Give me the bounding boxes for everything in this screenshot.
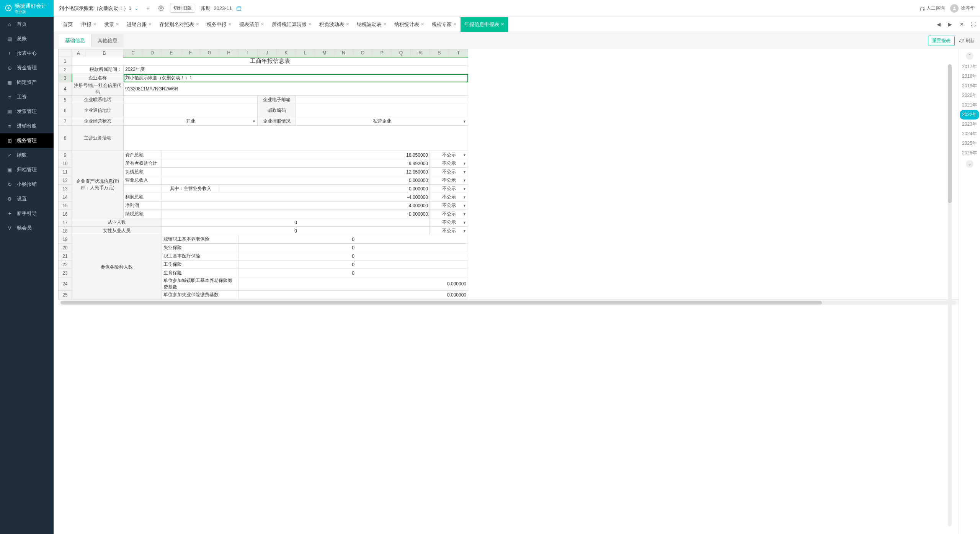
tab-11[interactable]: 税检专家✕ xyxy=(428,17,461,32)
year-2021年[interactable]: 2021年 xyxy=(960,100,979,110)
year-up-icon[interactable]: ⌃ xyxy=(966,52,973,60)
year-2019年[interactable]: 2019年 xyxy=(960,81,979,91)
sidebar-item-14[interactable]: V畅会员 xyxy=(0,221,54,235)
row-header[interactable]: 10 xyxy=(59,159,72,168)
row-header[interactable]: 21 xyxy=(59,252,72,260)
support-link[interactable]: 人工咨询 xyxy=(920,5,945,11)
tab-next-icon[interactable]: ▶ xyxy=(946,21,954,28)
row-header[interactable]: 22 xyxy=(59,260,72,269)
year-down-icon[interactable]: ⌄ xyxy=(966,160,973,168)
tab-6[interactable]: 报表清册✕ xyxy=(235,17,268,32)
close-icon[interactable]: ✕ xyxy=(228,22,232,27)
business-status-select[interactable]: 开业 xyxy=(124,117,258,126)
publish-select[interactable]: 不公示 xyxy=(430,176,468,185)
switch-old-button[interactable]: 切到旧版 xyxy=(170,4,195,13)
year-2018年[interactable]: 2018年 xyxy=(960,72,979,81)
close-icon[interactable]: ✕ xyxy=(453,22,457,27)
col-header[interactable]: B xyxy=(85,49,124,57)
col-header[interactable]: D xyxy=(143,49,162,57)
tab-1[interactable]: ¦申报✕ xyxy=(77,17,100,32)
close-icon[interactable]: ✕ xyxy=(346,22,349,27)
col-header[interactable]: H xyxy=(219,49,238,57)
row-header[interactable]: 3 xyxy=(59,74,72,82)
col-header[interactable]: F xyxy=(181,49,200,57)
tab-2[interactable]: 发票✕ xyxy=(100,17,123,32)
tab-9[interactable]: 纳税波动表✕ xyxy=(353,17,390,32)
close-icon[interactable]: ✕ xyxy=(383,22,387,27)
year-2020年[interactable]: 2020年 xyxy=(960,91,979,100)
col-header[interactable]: M xyxy=(315,49,334,57)
sidebar-item-6[interactable]: ▤发票管理 xyxy=(0,104,54,119)
col-header[interactable]: L xyxy=(296,49,315,57)
subtab-basic[interactable]: 基础信息 xyxy=(59,34,91,47)
tab-8[interactable]: 税负波动表✕ xyxy=(315,17,353,32)
row-header[interactable]: 7 xyxy=(59,117,72,126)
horizontal-scrollbar[interactable] xyxy=(58,299,959,305)
close-icon[interactable]: ✕ xyxy=(501,22,504,27)
sidebar-item-8[interactable]: ⊞税务管理 xyxy=(0,133,54,148)
sidebar-item-7[interactable]: ≡进销台账 xyxy=(0,119,54,133)
row-header[interactable]: 13 xyxy=(59,185,72,193)
row-header[interactable]: 19 xyxy=(59,235,72,244)
add-icon[interactable]: ＋ xyxy=(144,5,152,12)
publish-select[interactable]: 不公示 xyxy=(430,151,468,159)
sidebar-item-11[interactable]: ↻小畅报销 xyxy=(0,177,54,192)
publish-select[interactable]: 不公示 xyxy=(430,201,468,210)
sidebar-item-12[interactable]: ⚙设置 xyxy=(0,192,54,206)
close-icon[interactable]: ✕ xyxy=(93,22,96,27)
tab-3[interactable]: 进销台账✕ xyxy=(123,17,155,32)
year-2024年[interactable]: 2024年 xyxy=(960,129,979,139)
sidebar-item-10[interactable]: ▣归档管理 xyxy=(0,162,54,177)
publish-select[interactable]: 不公示 xyxy=(430,210,468,218)
col-header[interactable]: E xyxy=(162,49,181,57)
close-icon[interactable]: ✕ xyxy=(148,22,152,27)
sidebar-item-5[interactable]: ≡工资 xyxy=(0,90,54,104)
row-header[interactable]: 20 xyxy=(59,244,72,252)
fullscreen-icon[interactable]: ⛶ xyxy=(969,21,977,28)
user-menu[interactable]: 徐泽华 xyxy=(950,4,975,13)
year-2023年[interactable]: 2023年 xyxy=(960,120,979,129)
publish-select[interactable]: 不公示 xyxy=(430,185,468,193)
row-header[interactable]: 17 xyxy=(59,218,72,227)
tab-12[interactable]: 年报信息申报表✕ xyxy=(461,17,508,32)
col-header[interactable]: N xyxy=(334,49,353,57)
sidebar-item-0[interactable]: ⌂首页 xyxy=(0,17,54,31)
close-icon[interactable]: ✕ xyxy=(196,22,199,27)
col-header[interactable]: S xyxy=(430,49,449,57)
col-header[interactable]: A xyxy=(72,49,85,57)
refresh-button[interactable]: 刷新 xyxy=(959,38,975,44)
row-header[interactable]: 2 xyxy=(59,66,72,74)
row-header[interactable]: 23 xyxy=(59,269,72,277)
sidebar-item-4[interactable]: ▦固定资产 xyxy=(0,75,54,90)
year-2022年[interactable]: 2022年 xyxy=(960,110,979,120)
tab-5[interactable]: 税务申报✕ xyxy=(203,17,235,32)
row-header[interactable]: 18 xyxy=(59,227,72,235)
company-name-cell[interactable]: 刘小艳演示账套（勿删勿动！）1 xyxy=(124,74,468,82)
row-header[interactable]: 5 xyxy=(59,96,72,104)
tab-0[interactable]: 首页 xyxy=(59,17,77,32)
row-header[interactable]: 24 xyxy=(59,277,72,291)
publish-select[interactable]: 不公示 xyxy=(430,193,468,201)
close-icon[interactable]: ✕ xyxy=(421,22,424,27)
tab-7[interactable]: 所得税汇算清缴✕ xyxy=(268,17,315,32)
tab-prev-icon[interactable]: ◀ xyxy=(935,21,942,28)
col-header[interactable]: O xyxy=(353,49,372,57)
col-header[interactable]: R xyxy=(411,49,430,57)
publish-select[interactable]: 不公示 xyxy=(430,227,468,235)
year-2017年[interactable]: 2017年 xyxy=(960,62,979,72)
publish-select[interactable]: 不公示 xyxy=(430,168,468,176)
close-icon[interactable]: ✕ xyxy=(261,22,264,27)
period-value[interactable]: 2023-11 xyxy=(214,5,232,11)
sidebar-item-9[interactable]: ✓结账 xyxy=(0,148,54,162)
col-header[interactable]: Q xyxy=(392,49,411,57)
close-icon[interactable]: ✕ xyxy=(116,22,119,27)
close-icon[interactable]: ✕ xyxy=(308,22,312,27)
row-header[interactable]: 15 xyxy=(59,201,72,210)
col-header[interactable]: I xyxy=(238,49,258,57)
spreadsheet[interactable]: ABCDEFGHIJKLMNOPQRST1工商年报信息表2税款所属期间：2022… xyxy=(54,49,959,534)
tab-10[interactable]: 纳税统计表✕ xyxy=(390,17,428,32)
publish-select[interactable]: 不公示 xyxy=(430,159,468,168)
sidebar-item-3[interactable]: ⊙资金管理 xyxy=(0,61,54,75)
row-header[interactable]: 12 xyxy=(59,176,72,185)
col-header[interactable]: T xyxy=(449,49,468,57)
